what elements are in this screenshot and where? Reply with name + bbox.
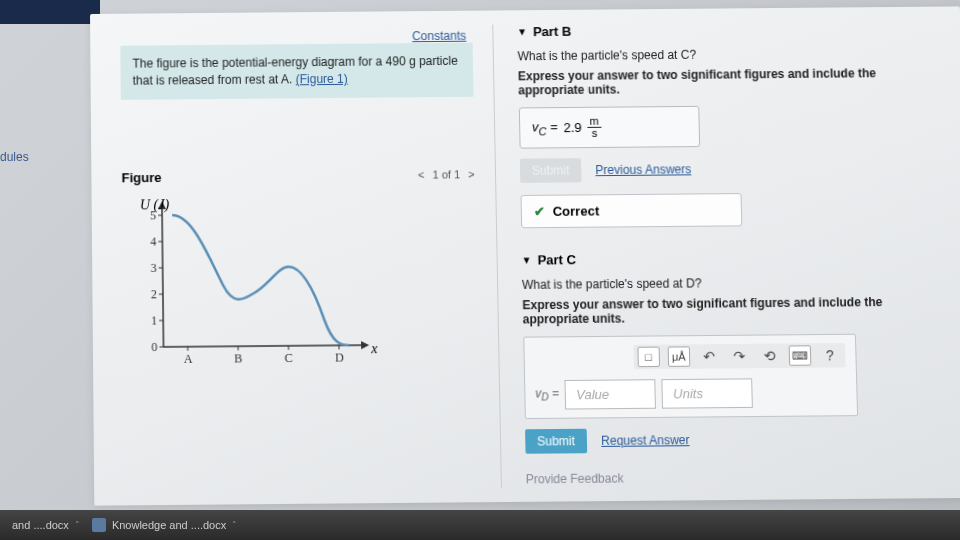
provide-feedback-link[interactable]: Provide Feedback: [526, 468, 954, 486]
taskbar-item-2[interactable]: Knowledge and ....docx ˄: [92, 518, 237, 532]
right-column: ▼ Part B What is the particle's speed at…: [492, 21, 954, 488]
partc-submit-button[interactable]: Submit: [525, 429, 587, 454]
pager-next[interactable]: >: [468, 168, 475, 180]
content-page: Constants The figure is the potential-en…: [90, 6, 960, 505]
redo-icon[interactable]: ↷: [728, 346, 751, 367]
y-axis-label: U (J): [140, 197, 170, 213]
chevron-up-icon: ˄: [75, 520, 80, 530]
energy-plot: 0 1 2 3 4 5 A B C D U (J): [122, 193, 386, 378]
units-tool-icon[interactable]: μÅ: [667, 346, 690, 367]
partb-question: What is the particle's speed at C?: [517, 46, 941, 64]
check-icon: ✔: [533, 204, 544, 219]
caret-down-icon: ▼: [521, 254, 531, 265]
taskbar-item-1[interactable]: and ....docx ˄: [12, 519, 80, 531]
side-modules-label: dules: [0, 150, 29, 164]
correct-feedback: ✔ Correct: [520, 193, 742, 228]
partc-header[interactable]: ▼ Part C: [521, 249, 947, 268]
constants-link[interactable]: Constants: [120, 25, 472, 46]
svg-text:C: C: [285, 350, 293, 364]
keyboard-icon[interactable]: ⌨: [788, 345, 811, 366]
reset-icon[interactable]: ⟲: [758, 346, 781, 367]
partb-header[interactable]: ▼ Part B: [517, 21, 941, 40]
answer-toolbar: □ μÅ ↶ ↷ ⟲ ⌨ ?: [633, 343, 845, 369]
partc-question: What is the particle's speed at D?: [522, 274, 948, 292]
correct-label: Correct: [553, 203, 600, 219]
chevron-up-icon: ˄: [232, 520, 237, 530]
undo-icon[interactable]: ↶: [698, 346, 721, 367]
svg-text:3: 3: [151, 260, 157, 274]
svg-text:4: 4: [150, 234, 156, 248]
partb-var: vC =: [532, 119, 558, 137]
word-doc-icon: [92, 518, 106, 532]
svg-text:0: 0: [151, 339, 157, 353]
figure-pager: < 1 of 1 >: [418, 168, 475, 181]
partc-var: vD =: [535, 386, 559, 403]
svg-text:2: 2: [151, 287, 157, 301]
x-axis-label: x: [370, 341, 378, 356]
partc-title: Part C: [537, 252, 576, 268]
value-input[interactable]: Value: [565, 379, 656, 409]
templates-tool-icon[interactable]: □: [637, 347, 660, 368]
intro-box: The figure is the potential-energy diagr…: [120, 43, 473, 100]
figure-link[interactable]: (Figure 1): [296, 72, 348, 86]
svg-text:B: B: [234, 351, 242, 365]
partb-value: 2.9: [563, 120, 581, 135]
partb-answer-box: vC = 2.9 m s: [519, 106, 700, 149]
caret-down-icon: ▼: [517, 26, 527, 37]
partb-units: m s: [588, 116, 602, 139]
pager-label: 1 of 1: [432, 168, 460, 180]
help-icon[interactable]: ?: [819, 345, 842, 366]
request-answer-link[interactable]: Request Answer: [601, 433, 690, 448]
partc-input-panel: □ μÅ ↶ ↷ ⟲ ⌨ ? vD = Value Units: [523, 334, 858, 419]
svg-line-1: [163, 345, 365, 347]
svg-line-0: [162, 205, 163, 347]
figure-title: Figure: [121, 169, 161, 184]
svg-text:A: A: [184, 351, 193, 365]
figure-header: Figure < 1 of 1 >: [121, 167, 474, 185]
partb-title: Part B: [533, 24, 572, 39]
partc-instruction: Express your answer to two significant f…: [522, 294, 949, 326]
partb-instruction: Express your answer to two significant f…: [518, 66, 943, 98]
svg-text:1: 1: [151, 313, 157, 327]
pager-prev[interactable]: <: [418, 169, 425, 181]
taskbar: and ....docx ˄ Knowledge and ....docx ˄: [0, 510, 960, 540]
svg-text:D: D: [335, 350, 344, 364]
units-input[interactable]: Units: [662, 378, 754, 408]
previous-answers-link[interactable]: Previous Answers: [595, 162, 691, 177]
partb-submit-button[interactable]: Submit: [520, 158, 582, 183]
left-column: Constants The figure is the potential-en…: [120, 25, 480, 491]
top-dark-strip: [0, 0, 100, 24]
svg-marker-3: [361, 341, 369, 349]
